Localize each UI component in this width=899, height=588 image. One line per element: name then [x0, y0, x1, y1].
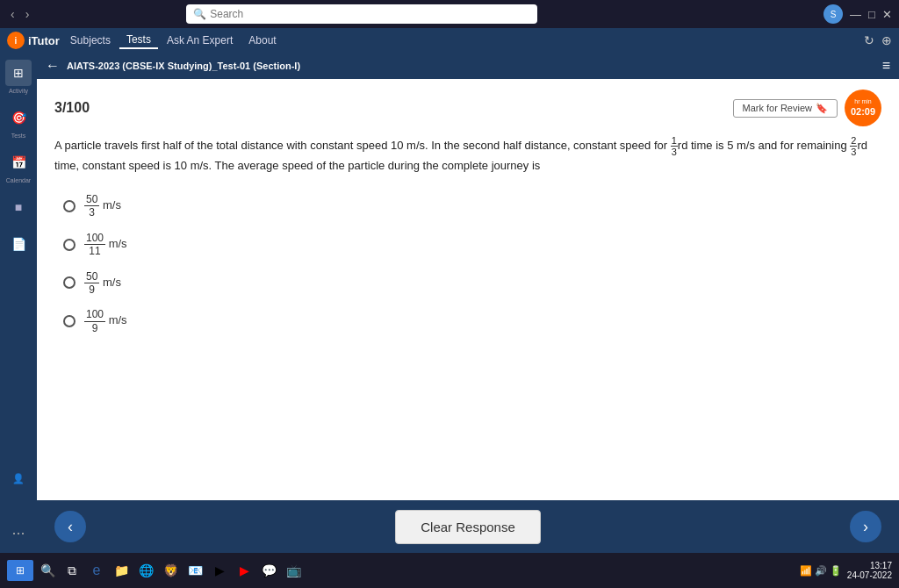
tests-icon[interactable]: 🎯 — [5, 104, 32, 131]
option-a-text: 50 3 m/s — [84, 193, 121, 219]
title-bar-controls: S — □ ✕ — [823, 4, 892, 24]
hamburger-menu[interactable]: ≡ — [882, 58, 890, 74]
radio-c[interactable] — [63, 276, 76, 289]
sidebar-item-user[interactable]: 👤 — [5, 465, 32, 491]
menu-tests[interactable]: Tests — [119, 32, 158, 49]
maximize-btn[interactable]: □ — [868, 8, 875, 21]
bookmark-icon: 🔖 — [816, 103, 828, 114]
video-icon[interactable]: ▶ — [209, 560, 230, 581]
taskbar-icons: 🔍 ⧉ e 📁 🌐 🦁 📧 ▶ ▶ 💬 📺 — [37, 560, 304, 581]
breadcrumb-text: AIATS-2023 (CBSE-IX Studying)_Test-01 (S… — [67, 61, 300, 71]
brave-icon[interactable]: 🦁 — [160, 560, 181, 581]
calendar-label: Calendar — [6, 177, 31, 183]
option-d[interactable]: 100 9 m/s — [63, 308, 881, 334]
start-button[interactable]: ⊞ — [7, 560, 33, 581]
title-bar-nav: ‹ › — [7, 7, 32, 21]
app-logo: i iTutor — [7, 32, 60, 49]
search-taskbar-icon[interactable]: 🔍 — [37, 560, 58, 581]
back-arrow-btn[interactable]: ← — [46, 58, 60, 74]
calendar-icon[interactable]: 📅 — [5, 149, 32, 176]
radio-b[interactable] — [63, 239, 76, 251]
question-header-right: Mark for Review 🔖 hr min 02:09 — [733, 90, 881, 126]
timer-badge: hr min 02:09 — [845, 90, 881, 126]
chrome-icon[interactable]: 🌐 — [135, 560, 156, 581]
youtube-icon[interactable]: ▶ — [234, 560, 255, 581]
settings-icon[interactable]: ⊕ — [881, 33, 892, 47]
menu-bar-right: ↻ ⊕ — [864, 33, 892, 47]
tele-icon[interactable]: 📺 — [283, 560, 304, 581]
nav-back-btn[interactable]: ‹ — [7, 7, 18, 21]
nav-forward-btn[interactable]: › — [22, 7, 33, 21]
dots-icon: ··· — [5, 520, 32, 546]
options-list: 50 3 m/s 100 11 m/s — [63, 193, 881, 334]
menu-about[interactable]: About — [241, 32, 283, 48]
edge-icon[interactable]: e — [86, 560, 107, 581]
bottom-bar: ‹ Clear Response › — [37, 500, 899, 553]
volume-icon: 🔊 — [815, 565, 827, 577]
activity-icon[interactable]: ⊞ — [5, 60, 32, 86]
search-input[interactable] — [210, 8, 530, 20]
assignment-icon[interactable]: ■ — [5, 194, 32, 220]
search-bar[interactable]: 🔍 — [186, 4, 537, 24]
menu-subjects[interactable]: Subjects — [63, 32, 118, 48]
question-header: 3/100 Mark for Review 🔖 hr min 02:09 — [54, 90, 881, 126]
question-text: A particle travels first half of the tot… — [54, 135, 881, 176]
minimize-btn[interactable]: — — [850, 8, 861, 21]
menu-bar-items: Subjects Tests Ask An Expert About — [63, 32, 284, 49]
explorer-icon[interactable]: 📁 — [111, 560, 132, 581]
sidebar: ⊞ Activity 🎯 Tests 📅 Calendar ■ 📄 👤 ··· — [0, 53, 37, 553]
option-d-text: 100 9 m/s — [84, 308, 127, 334]
refresh-icon[interactable]: ↻ — [864, 33, 874, 47]
menu-ask-expert[interactable]: Ask An Expert — [160, 32, 240, 48]
whatsapp-icon[interactable]: 💬 — [258, 560, 279, 581]
radio-d[interactable] — [63, 315, 76, 327]
taskbar-clock: 13:17 24-07-2022 — [847, 561, 892, 580]
next-question-btn[interactable]: › — [850, 511, 881, 542]
taskview-icon[interactable]: ⧉ — [61, 560, 83, 581]
question-area: 3/100 Mark for Review 🔖 hr min 02:09 A p… — [37, 79, 899, 500]
option-b[interactable]: 100 11 m/s — [63, 232, 881, 258]
question-number: 3/100 — [54, 100, 90, 116]
close-btn[interactable]: ✕ — [882, 8, 892, 21]
sidebar-item-calendar[interactable]: 📅 Calendar — [5, 149, 32, 183]
sidebar-item-activity[interactable]: ⊞ Activity — [5, 60, 32, 94]
title-bar: ‹ › 🔍 S — □ ✕ — [0, 0, 899, 28]
option-c[interactable]: 50 9 m/s — [63, 270, 881, 297]
main-container: ⊞ Activity 🎯 Tests 📅 Calendar ■ 📄 👤 ··· … — [0, 53, 899, 553]
user-icon[interactable]: 👤 — [5, 465, 32, 491]
clear-response-btn[interactable]: Clear Response — [395, 510, 541, 544]
system-tray: 📶 🔊 🔋 — [800, 565, 842, 577]
search-icon: 🔍 — [193, 8, 206, 20]
tests-label: Tests — [11, 133, 25, 139]
docs-icon[interactable]: 📄 — [5, 231, 32, 257]
radio-a[interactable] — [63, 200, 76, 212]
content-area: ← AIATS-2023 (CBSE-IX Studying)_Test-01 … — [37, 53, 899, 553]
avatar: S — [823, 4, 843, 24]
sidebar-item-assignment[interactable]: ■ — [5, 194, 32, 220]
taskbar: ⊞ 🔍 ⧉ e 📁 🌐 🦁 📧 ▶ ▶ 💬 📺 📶 🔊 🔋 13:17 24-0… — [0, 553, 899, 588]
logo-icon: i — [7, 32, 25, 49]
sidebar-item-docs[interactable]: 📄 — [5, 231, 32, 257]
sidebar-item-tests[interactable]: 🎯 Tests — [5, 104, 32, 139]
taskbar-right: 📶 🔊 🔋 13:17 24-07-2022 — [800, 561, 892, 580]
app-name: iTutor — [28, 34, 60, 47]
mark-review-btn[interactable]: Mark for Review 🔖 — [733, 99, 838, 118]
activity-label: Activity — [9, 88, 28, 94]
battery-icon: 🔋 — [830, 565, 842, 577]
option-b-text: 100 11 m/s — [84, 232, 127, 258]
menu-bar: i iTutor Subjects Tests Ask An Expert Ab… — [0, 28, 899, 53]
option-a[interactable]: 50 3 m/s — [63, 193, 881, 219]
option-c-text: 50 9 m/s — [84, 270, 121, 297]
network-icon: 📶 — [800, 565, 812, 577]
mail-icon[interactable]: 📧 — [184, 560, 205, 581]
breadcrumb-bar: ← AIATS-2023 (CBSE-IX Studying)_Test-01 … — [37, 53, 899, 79]
prev-question-btn[interactable]: ‹ — [54, 511, 86, 542]
